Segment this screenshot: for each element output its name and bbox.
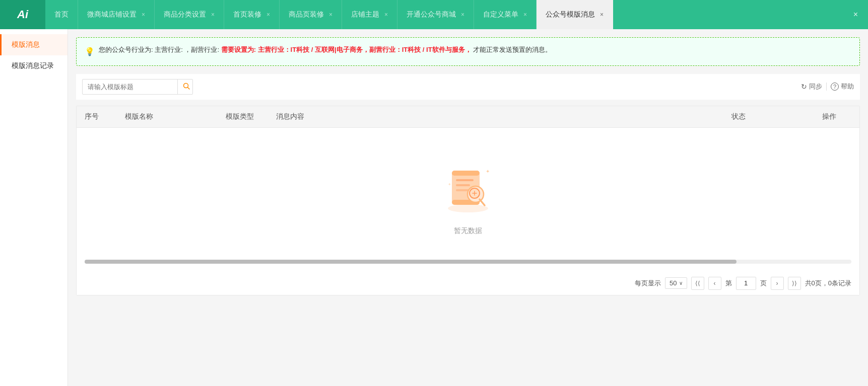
logo: Ai xyxy=(0,0,45,29)
nav-tab-product-decor[interactable]: 商品页装修 × xyxy=(280,0,342,29)
scroll-thumb[interactable] xyxy=(85,260,737,264)
nav-tab-shop-theme[interactable]: 店铺主题 × xyxy=(342,0,397,29)
notice-icon: 💡 xyxy=(85,45,95,58)
page-unit: 页 xyxy=(760,279,767,288)
empty-state-icon: ✦ ✦ xyxy=(438,158,498,218)
scrollbar-container xyxy=(77,260,859,272)
nav-tab-wechat-shop[interactable]: 微商城店铺设置 × xyxy=(78,0,155,29)
page-size-value: 50 xyxy=(670,279,677,287)
svg-line-11 xyxy=(480,199,485,205)
top-navigation: Ai 首页 微商城店铺设置 × 商品分类设置 × 首页装修 × 商品页装修 × … xyxy=(0,0,868,29)
nav-tab-home-label: 首页 xyxy=(54,10,69,19)
search-input[interactable] xyxy=(83,80,177,94)
nav-tab-custom-menu-label: 自定义菜单 xyxy=(483,10,518,19)
table-header: 序号 模版名称 模版类型 消息内容 状态 操作 xyxy=(77,106,859,128)
nav-tab-shop-theme-label: 店铺主题 xyxy=(351,10,379,19)
help-label: 帮助 xyxy=(841,82,854,91)
page-size-label: 每页显示 xyxy=(635,279,661,288)
scroll-track[interactable] xyxy=(85,260,851,264)
nav-tab-open-wechat-shop-label: 开通公众号商城 xyxy=(407,10,456,19)
help-icon: ? xyxy=(831,83,839,91)
nav-tab-product-category[interactable]: 商品分类设置 × xyxy=(155,0,224,29)
sync-icon: ↻ xyxy=(801,83,807,91)
th-type: 模版类型 xyxy=(218,112,268,121)
th-content: 消息内容 xyxy=(268,112,723,121)
last-page-button[interactable]: ⟩⟩ xyxy=(788,277,801,290)
notice-highlight: 需要设置为: 主营行业：IT科技 / 互联网|电子商务，副营行业：IT科技 / … xyxy=(221,46,472,53)
empty-state: ✦ ✦ 暂无数据 xyxy=(77,128,859,256)
main-layout: 模版消息 模版消息记录 💡 您的公众号行业为: 主营行业: ，副营行业: 需要设… xyxy=(0,29,868,386)
svg-line-1 xyxy=(188,87,190,89)
notice-box: 💡 您的公众号行业为: 主营行业: ，副营行业: 需要设置为: 主营行业：IT科… xyxy=(76,37,860,66)
notice-text: 您的公众号行业为: 主营行业: ，副营行业: 需要设置为: 主营行业：IT科技 … xyxy=(99,45,552,55)
help-button[interactable]: ? 帮助 xyxy=(831,82,854,91)
search-box xyxy=(82,79,193,95)
sidebar-item-template-msg[interactable]: 模版消息 xyxy=(0,34,68,55)
page-size-chevron-icon: ∨ xyxy=(679,280,683,286)
svg-rect-4 xyxy=(452,171,480,176)
nav-tab-template-msg-label: 公众号模版消息 xyxy=(546,10,595,19)
nav-tab-custom-menu-close[interactable]: × xyxy=(523,12,527,18)
first-page-button[interactable]: ⟨⟨ xyxy=(691,277,704,290)
close-all-tabs-button[interactable]: × xyxy=(843,0,868,29)
next-page-button[interactable]: › xyxy=(771,277,784,290)
svg-text:✦: ✦ xyxy=(486,169,490,174)
nav-tab-product-category-label: 商品分类设置 xyxy=(164,10,206,19)
nav-tab-open-wechat-shop[interactable]: 开通公众号商城 × xyxy=(397,0,474,29)
nav-tab-home-decor-close[interactable]: × xyxy=(266,12,270,18)
nav-tab-template-msg[interactable]: 公众号模版消息 × xyxy=(537,0,613,29)
svg-text:✦: ✦ xyxy=(448,182,451,187)
search-button[interactable] xyxy=(177,80,193,94)
content-area: 💡 您的公众号行业为: 主营行业: ，副营行业: 需要设置为: 主营行业：IT科… xyxy=(68,29,868,386)
nav-tab-open-wechat-shop-close[interactable]: × xyxy=(461,12,464,18)
nav-tab-custom-menu[interactable]: 自定义菜单 × xyxy=(474,0,537,29)
toolbar-right: ↻ 同步 ? 帮助 xyxy=(801,82,854,91)
nav-tab-shop-theme-close[interactable]: × xyxy=(384,12,388,18)
th-name: 模版名称 xyxy=(117,112,218,121)
sidebar-item-template-msg-log-label: 模版消息记录 xyxy=(12,61,54,69)
toolbar-divider xyxy=(826,83,827,91)
prev-page-button[interactable]: ‹ xyxy=(708,277,721,290)
nav-tab-home-decor[interactable]: 首页装修 × xyxy=(224,0,280,29)
sidebar-item-template-msg-label: 模版消息 xyxy=(12,40,40,48)
nav-tab-home[interactable]: 首页 xyxy=(45,0,78,29)
th-action: 操作 xyxy=(799,112,859,121)
nav-tab-home-decor-label: 首页装修 xyxy=(233,10,261,19)
sidebar-item-template-msg-log[interactable]: 模版消息记录 xyxy=(0,55,68,76)
sidebar: 模版消息 模版消息记录 xyxy=(0,29,68,386)
page-prefix: 第 xyxy=(725,279,732,288)
svg-rect-6 xyxy=(456,179,474,181)
sync-button[interactable]: ↻ 同步 xyxy=(801,82,822,91)
current-page-input[interactable] xyxy=(736,277,756,290)
data-table: 序号 模版名称 模版类型 消息内容 状态 操作 xyxy=(76,106,860,295)
nav-tab-template-msg-close[interactable]: × xyxy=(600,12,604,18)
th-status: 状态 xyxy=(723,112,799,121)
svg-point-2 xyxy=(448,204,488,212)
page-size-select[interactable]: 50 ∨ xyxy=(665,277,687,289)
toolbar: ↻ 同步 ? 帮助 xyxy=(76,74,860,100)
nav-tab-wechat-shop-label: 微商城店铺设置 xyxy=(87,10,137,19)
th-index: 序号 xyxy=(77,112,117,121)
svg-rect-7 xyxy=(456,184,470,186)
nav-tab-wechat-shop-close[interactable]: × xyxy=(142,12,145,18)
page-total: 共0页，0条记录 xyxy=(805,279,851,288)
pagination-bar: 每页显示 50 ∨ ⟨⟨ ‹ 第 页 › ⟩⟩ 共0页，0条记录 xyxy=(77,272,859,295)
empty-text: 暂无数据 xyxy=(454,226,482,236)
nav-tab-product-decor-label: 商品页装修 xyxy=(289,10,324,19)
sync-label: 同步 xyxy=(809,82,822,91)
nav-tab-product-decor-close[interactable]: × xyxy=(329,12,332,18)
nav-tab-product-category-close[interactable]: × xyxy=(211,12,215,18)
search-icon xyxy=(183,83,190,90)
